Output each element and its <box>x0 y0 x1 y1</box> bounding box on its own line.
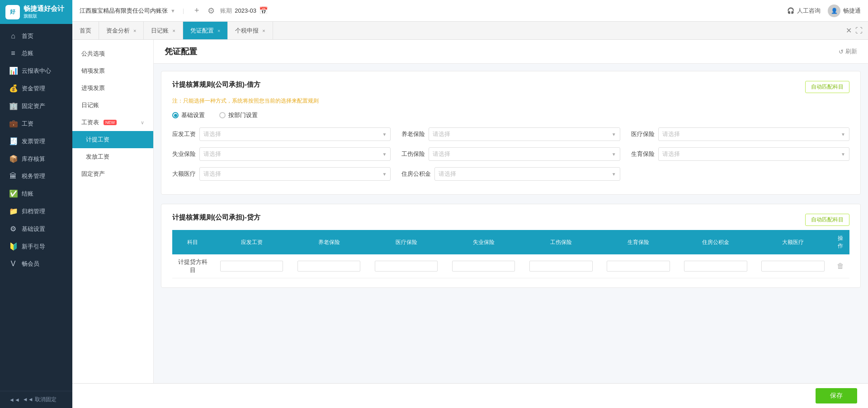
left-nav-journal[interactable]: 日记账 <box>72 97 153 114</box>
add-company-button[interactable]: + <box>191 5 202 16</box>
sidebar-item-checkout[interactable]: ✅ 结账 <box>0 185 72 202</box>
sidebar-item-label: 工资 <box>22 120 33 128</box>
tax-icon: 🏛 <box>9 172 17 180</box>
input-gross-salary[interactable] <box>220 261 283 272</box>
input-pension[interactable] <box>297 261 361 272</box>
sidebar-item-inventory[interactable]: 📦 库存核算 <box>0 150 72 168</box>
input-big-medical[interactable] <box>761 261 825 272</box>
tab-journal[interactable]: 日记账 × <box>144 22 183 39</box>
nav-label: 公共选项 <box>81 50 105 58</box>
sidebar-item-basic-settings[interactable]: ⚙ 基础设置 <box>0 220 72 238</box>
th-maternity: 生育保险 <box>599 230 677 254</box>
left-nav-calc-salary[interactable]: 计提工资 <box>72 131 153 148</box>
radio-checked-icon <box>172 112 179 118</box>
input-medical[interactable] <box>375 261 438 272</box>
save-button[interactable]: 保存 <box>816 388 857 403</box>
nav-label: 工资表 <box>81 118 99 127</box>
close-tab-button[interactable]: ✕ <box>846 26 852 35</box>
td-housing-fund[interactable] <box>677 254 754 278</box>
tab-tax-report[interactable]: 个税申报 × <box>228 22 273 39</box>
sidebar-logo[interactable]: 好 畅捷通好会计 旗舰版 <box>0 0 72 24</box>
sidebar-item-fund-mgmt[interactable]: 💰 资金管理 <box>0 80 72 97</box>
form-item-big-medical: 大额医疗 请选择 ▼ <box>172 167 391 181</box>
company-selector[interactable]: 江西服宝精品有限责任公司内账张 ▼ <box>80 7 175 15</box>
calendar-icon[interactable]: 📅 <box>259 6 268 15</box>
tab-close-icon[interactable]: × <box>172 28 175 33</box>
tab-close-icon[interactable]: × <box>262 28 265 33</box>
left-nav-fixed-assets[interactable]: 固定资产 <box>72 165 153 183</box>
check-icon: ✅ <box>9 189 17 198</box>
debit-auto-match-button[interactable]: 自动匹配科目 <box>805 81 849 93</box>
td-maternity[interactable] <box>599 254 677 278</box>
sidebar-item-invoice[interactable]: 🧾 发票管理 <box>0 132 72 150</box>
left-nav-sales-invoice[interactable]: 销项发票 <box>72 62 153 80</box>
input-maternity[interactable] <box>607 261 670 272</box>
left-nav-salary-table[interactable]: 工资表 NEW ∨ <box>72 114 153 131</box>
sidebar-item-label: 基础设置 <box>22 225 45 233</box>
tab-label: 首页 <box>80 27 91 35</box>
debit-section: 计提核算规则(公司承担)-借方 自动匹配科目 注：只能选择一种方式，系统将按照您… <box>161 71 861 195</box>
left-nav-purchase-invoice[interactable]: 进项发票 <box>72 80 153 97</box>
settings-button[interactable]: ⚙ <box>208 6 215 16</box>
tab-close-icon[interactable]: × <box>133 28 136 33</box>
select-unemployment[interactable]: 请选择 ▼ <box>199 147 391 161</box>
radio-by-dept[interactable]: 按部门设置 <box>219 111 258 119</box>
table-header-row: 科目 应发工资 养老保险 医疗保险 失业保险 工伤保险 生育保险 住房公积金 大… <box>172 230 849 254</box>
credit-section: 计提核算规则(公司承担)-贷方 自动匹配科目 科目 应发工资 养老保险 医疗保险… <box>161 204 861 288</box>
select-medical[interactable]: 请选择 ▼ <box>658 127 849 141</box>
form-item-pension: 养老保险 请选择 ▼ <box>401 127 620 141</box>
credit-auto-match-button[interactable]: 自动匹配科目 <box>805 214 849 226</box>
tab-label: 凭证配置 <box>190 27 214 35</box>
tab-home[interactable]: 首页 <box>72 22 99 39</box>
tab-fund-analysis[interactable]: 资金分析 × <box>99 22 144 39</box>
pin-icon: ◄◄ <box>9 397 20 403</box>
select-big-medical[interactable]: 请选择 ▼ <box>199 167 391 181</box>
tab-voucher-config[interactable]: 凭证配置 × <box>183 22 228 39</box>
sidebar-item-fixed-assets[interactable]: 🏢 固定资产 <box>0 97 72 115</box>
td-medical[interactable] <box>368 254 445 278</box>
sidebar-item-archive[interactable]: 📁 归档管理 <box>0 202 72 220</box>
td-gross-salary[interactable] <box>213 254 290 278</box>
tab-close-icon[interactable]: × <box>217 28 220 33</box>
select-housing-fund[interactable]: 请选择 ▼ <box>434 167 620 181</box>
nav-label: 计提工资 <box>86 136 109 144</box>
left-nav-pay-salary[interactable]: 发放工资 <box>72 148 153 165</box>
sidebar-item-tax[interactable]: 🏛 税务管理 <box>0 168 72 185</box>
period-selector[interactable]: 账期 2023-03 📅 <box>220 6 268 15</box>
sidebar-pin-toggle[interactable]: ◄◄ ◄◄ 取消固定 <box>0 391 72 408</box>
select-maternity[interactable]: 请选择 ▼ <box>658 147 849 161</box>
th-pension: 养老保险 <box>290 230 368 254</box>
sidebar-item-home[interactable]: ⌂ 首页 <box>0 28 72 45</box>
select-work-injury[interactable]: 请选择 ▼ <box>429 147 620 161</box>
left-nav-public-options[interactable]: 公共选项 <box>72 45 153 62</box>
topbar-right: 🎧 人工咨询 👤 畅捷通 <box>787 5 861 17</box>
delete-row-icon[interactable]: 🗑 <box>837 262 844 270</box>
select-pension[interactable]: 请选择 ▼ <box>429 127 620 141</box>
input-unemployment[interactable] <box>452 261 515 272</box>
refresh-button[interactable]: ↺ 刷新 <box>839 47 857 56</box>
sidebar-item-label: 库存核算 <box>22 155 45 163</box>
headset-icon: 🎧 <box>787 7 794 14</box>
td-unemployment[interactable] <box>445 254 522 278</box>
input-work-injury[interactable] <box>529 261 593 272</box>
field-label-medical: 医疗保险 <box>631 130 655 138</box>
sidebar-item-guide[interactable]: 🔰 新手引导 <box>0 238 72 255</box>
radio-basic[interactable]: 基础设置 <box>172 111 205 119</box>
td-work-injury[interactable] <box>522 254 599 278</box>
sidebar-item-salary[interactable]: 💼 工资 <box>0 115 72 132</box>
td-pension[interactable] <box>290 254 368 278</box>
fullscreen-button[interactable]: ⛶ <box>855 27 863 35</box>
select-gross-salary[interactable]: 请选择 ▼ <box>199 127 391 141</box>
sidebar-item-member[interactable]: V 畅会员 <box>0 255 72 272</box>
form-item-gross-salary: 应发工资 请选择 ▼ <box>172 127 391 141</box>
chevron-down-icon: ▼ <box>382 152 387 157</box>
input-housing-fund[interactable] <box>684 261 747 272</box>
td-delete[interactable]: 🗑 <box>831 254 849 278</box>
sidebar-item-ledger[interactable]: ≡ 总账 <box>0 45 72 62</box>
service-button[interactable]: 🎧 人工咨询 <box>787 7 821 15</box>
td-big-medical[interactable] <box>754 254 831 278</box>
sidebar-item-cloud-report[interactable]: 📊 云报表中心 <box>0 62 72 80</box>
guide-icon: 🔰 <box>9 242 17 251</box>
fund-icon: 💰 <box>9 84 17 93</box>
user-menu[interactable]: 👤 畅捷通 <box>828 5 861 17</box>
